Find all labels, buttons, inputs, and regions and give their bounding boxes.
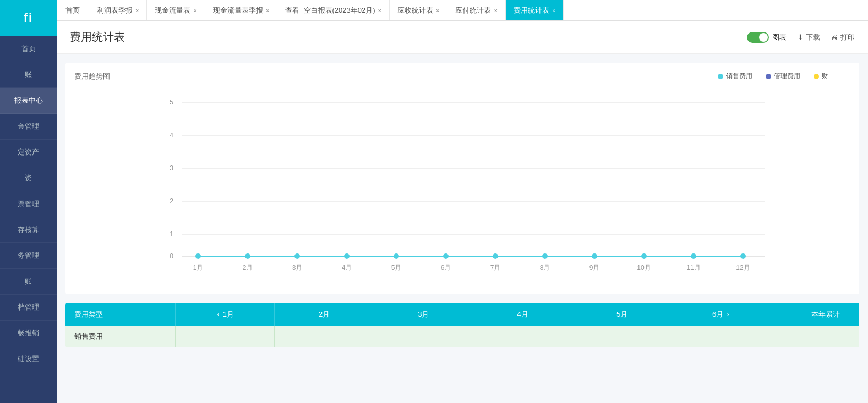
chart-toggle-wrap: 图表 [747,32,787,43]
tab-expense-stats[interactable]: 费用统计表 × [506,0,564,20]
tab-blank-report-label: 查看_空白报表(2023年02月) [285,5,375,15]
legend-dot-finance [814,74,819,79]
chart-point [294,253,300,259]
chart-point [641,253,647,259]
tab-home[interactable]: 首页 [57,0,89,20]
td-spacer [771,326,793,347]
chart-toggle[interactable] [747,32,769,43]
chart-toggle-label: 图表 [772,32,787,42]
th-spacer [771,303,793,326]
th-m4: 4月 [473,303,572,326]
svg-text:1月: 1月 [193,264,204,272]
table-header: 费用类型 ‹ 1月 2月 3月 4月 5月 6月 › 本年累计 [65,303,859,326]
legend-admin: 管理费用 [766,71,800,81]
chart-point [592,253,597,259]
th-m6-label: 6月 [712,310,723,318]
download-icon: ⬇ [798,33,804,41]
svg-text:1: 1 [170,230,173,238]
th-m3: 3月 [374,303,473,326]
chart-svg-container: 5 4 3 2 1 0 [74,86,850,285]
table-body: 销售费用 [65,326,859,347]
chart-point [245,253,250,259]
tab-cashflow-quarterly-label: 现金流量表季报 [213,5,263,15]
svg-text:4月: 4月 [342,264,352,272]
sidebar-item-archives[interactable]: 档管理 [0,295,57,321]
tab-payables[interactable]: 应付统计表 × [447,0,505,20]
tab-bar: 首页 利润表季报 × 现金流量表 × 现金流量表季报 × 查看_空白报表(202… [57,0,868,21]
svg-text:4: 4 [170,131,173,139]
chart-point [542,253,548,259]
download-label: 下载 [806,32,820,42]
th-type: 费用类型 [65,303,176,326]
sidebar-item-reports[interactable]: 报表中心 [0,88,57,114]
svg-text:7月: 7月 [490,264,501,272]
svg-text:8月: 8月 [540,264,550,272]
tab-cashflow-label: 现金流量表 [155,5,190,15]
tab-cashflow[interactable]: 现金流量表 × [147,0,205,20]
chart-point [443,253,449,259]
sidebar-item-services[interactable]: 务管理 [0,243,57,269]
tab-blank-report[interactable]: 查看_空白报表(2023年02月) × [277,0,390,20]
close-icon[interactable]: × [266,7,269,14]
th-total: 本年累计 [793,303,859,326]
close-icon[interactable]: × [552,7,555,14]
download-button[interactable]: ⬇ 下载 [798,32,820,42]
legend-admin-label: 管理费用 [774,71,800,81]
svg-text:5月: 5月 [391,264,402,272]
th-m2: 2月 [275,303,374,326]
tab-home-label: 首页 [65,5,80,15]
print-label: 打印 [840,32,855,42]
tab-receivables-label: 应收统计表 [397,5,433,15]
legend-finance: 财 [814,71,828,81]
chart-point [740,253,746,259]
sidebar-item-account[interactable]: 账 [0,62,57,88]
sidebar-item-resources[interactable]: 资 [0,165,57,191]
tab-profit-quarterly-label: 利润表季报 [97,5,133,15]
sidebar-item-home[interactable]: 首页 [0,36,57,62]
sidebar: fi 首页 账 报表中心 金管理 定资产 资 票管理 存核算 务管理 账 档管理… [0,0,57,403]
chart-svg: 5 4 3 2 1 0 [74,86,850,284]
svg-text:12月: 12月 [736,264,750,272]
tab-expense-stats-label: 费用统计表 [514,5,549,15]
content-area: 费用统计表 图表 ⬇ 下载 🖨 打印 费用趋势图 [57,21,868,403]
td-m1 [176,326,275,347]
svg-text:6月: 6月 [441,264,451,272]
close-icon[interactable]: × [494,7,497,14]
sidebar-item-assets[interactable]: 定资产 [0,140,57,165]
next-month-arrow[interactable]: › [725,310,730,318]
tab-cashflow-quarterly[interactable]: 现金流量表季报 × [205,0,277,20]
th-m1-label: 1月 [223,310,234,318]
svg-text:3月: 3月 [292,264,303,272]
legend-dot-admin [766,74,771,79]
svg-text:5: 5 [170,98,173,106]
svg-text:2: 2 [170,197,173,205]
chart-point [195,253,201,259]
sidebar-item-settings[interactable]: 础设置 [0,346,57,372]
tab-receivables[interactable]: 应收统计表 × [390,0,447,20]
table-row: 销售费用 [65,326,859,347]
legend-sales-label: 销售费用 [726,71,752,81]
chart-legend: 销售费用 管理费用 财 [718,71,828,81]
sidebar-logo: fi [0,0,57,36]
close-icon[interactable]: × [436,7,439,14]
td-m4 [473,326,572,347]
chart-point [691,253,696,259]
legend-finance-label: 财 [822,71,828,81]
close-icon[interactable]: × [193,7,196,14]
td-type: 销售费用 [65,326,176,347]
sidebar-item-expense[interactable]: 畅报销 [0,321,57,346]
prev-month-arrow[interactable]: ‹ [216,310,221,318]
tab-profit-quarterly[interactable]: 利润表季报 × [89,0,147,20]
sidebar-item-funds[interactable]: 金管理 [0,114,57,140]
th-prev[interactable]: ‹ 1月 [176,303,275,326]
sidebar-item-invoices[interactable]: 票管理 [0,191,57,217]
sidebar-item-ledger[interactable]: 账 [0,269,57,295]
legend-sales: 销售费用 [718,71,752,81]
close-icon[interactable]: × [135,7,139,14]
print-button[interactable]: 🖨 打印 [831,32,855,42]
main-area: 首页 利润表季报 × 现金流量表 × 现金流量表季报 × 查看_空白报表(202… [57,0,868,403]
td-m3 [374,326,473,347]
legend-dot-sales [718,74,723,79]
sidebar-item-inventory[interactable]: 存核算 [0,217,57,243]
close-icon[interactable]: × [378,7,381,14]
